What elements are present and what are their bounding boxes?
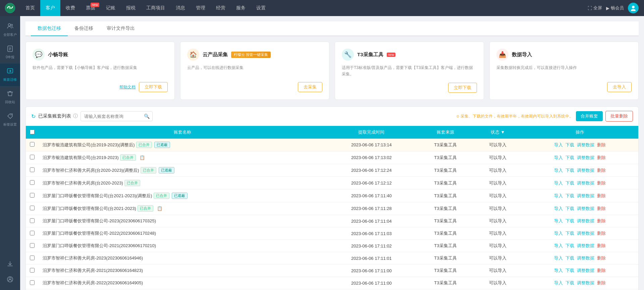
action-下载[interactable]: 下载 [566,231,574,236]
batch-delete-button[interactable]: 批量删除 [605,111,633,122]
action-删除[interactable]: 删除 [597,231,606,236]
nav-service[interactable]: 服务 [231,0,251,16]
action-导入[interactable]: 导入 [554,218,563,223]
action-删除[interactable]: 删除 [597,206,606,211]
fullscreen-button[interactable]: ⛶ 全屏 [588,5,602,11]
row-checkbox[interactable] [30,268,35,273]
nav-accounting[interactable]: 记账 [101,0,121,16]
file-icon[interactable]: 📋 [140,155,145,160]
row-checkbox[interactable] [30,243,35,248]
nav-home[interactable]: 首页 [20,0,40,16]
action-导入[interactable]: 导入 [554,243,563,248]
row-checkbox[interactable] [30,231,35,235]
sidebar-item-zero-report[interactable]: 0申报 [0,41,20,64]
action-下载[interactable]: 下载 [566,180,574,186]
sidebar-item-recycle[interactable]: 回收站 [0,86,20,108]
action-删除[interactable]: 删除 [597,268,606,273]
nav-business[interactable]: 工商项目 [141,0,170,16]
sidebar-item-download[interactable] [0,257,20,272]
action-下载[interactable]: 下载 [566,268,574,273]
action-导入[interactable]: 导入 [554,256,563,261]
nav-manage[interactable]: 管理 [191,0,211,16]
row-checkbox[interactable] [30,167,35,172]
xiaochang-download-button[interactable]: 立即下载 [139,82,168,92]
search-button[interactable]: 🔍 [141,114,152,119]
action-导入[interactable]: 导入 [554,155,563,160]
action-导入[interactable]: 导入 [554,193,563,198]
action-下载[interactable]: 下载 [566,168,574,173]
row-checkbox[interactable] [30,218,35,223]
row-checkbox[interactable] [30,193,35,198]
refresh-icon[interactable]: ↻ [31,113,36,120]
action-导入[interactable]: 导入 [554,180,563,186]
action-调整数据[interactable]: 调整数据 [577,268,594,273]
nav-customer[interactable]: 客户 [40,0,60,16]
row-checkbox[interactable] [30,142,35,147]
help-doc-link[interactable]: 帮助文档 [119,84,136,90]
action-下载[interactable]: 下载 [566,280,574,285]
action-删除[interactable]: 删除 [597,180,606,186]
merge-account-button[interactable]: 合并账套 [576,111,603,121]
row-checkbox[interactable] [30,280,35,285]
nav-fee[interactable]: 收费 [60,0,80,16]
action-删除[interactable]: 删除 [597,218,606,223]
action-调整数据[interactable]: 调整数据 [577,180,594,186]
action-删除[interactable]: 删除 [597,155,606,160]
cloud-collect-button[interactable]: 去采集 [298,82,322,92]
action-删除[interactable]: 删除 [597,243,606,248]
file-icon[interactable]: 📋 [157,206,162,211]
sidebar-item-tag-settings[interactable]: 标签设置 [0,108,20,131]
action-调整数据[interactable]: 调整数据 [577,142,594,147]
t3-download-button[interactable]: 立即下载 [448,83,477,93]
info-icon[interactable]: ⓘ [73,113,78,119]
action-调整数据[interactable]: 调整数据 [577,243,594,248]
import-button[interactable]: 去导入 [607,82,632,92]
action-下载[interactable]: 下载 [566,193,574,198]
nav-tax[interactable]: 报税 [121,0,141,16]
search-input[interactable] [81,114,141,119]
sidebar-item-all-customers[interactable]: 全部客户 [0,19,20,41]
nav-settings[interactable]: 设置 [251,0,271,16]
action-下载[interactable]: 下载 [566,206,574,211]
nav-message[interactable]: 消息 [170,0,191,16]
avatar[interactable] [628,3,639,13]
action-调整数据[interactable]: 调整数据 [577,206,594,211]
row-checkbox[interactable] [30,180,35,185]
action-调整数据[interactable]: 调整数据 [577,193,594,198]
action-下载[interactable]: 下载 [566,256,574,261]
col-status[interactable]: 状态 ▼ [474,126,522,139]
action-导入[interactable]: 导入 [554,280,563,285]
action-调整数据[interactable]: 调整数据 [577,280,594,285]
action-下载[interactable]: 下载 [566,142,574,147]
action-下载[interactable]: 下载 [566,218,574,223]
action-导入[interactable]: 导入 [554,168,563,173]
tab-data-migration[interactable]: 数据包迁移 [31,21,68,36]
tab-backup-migration[interactable]: 备份迁移 [68,21,100,36]
action-删除[interactable]: 删除 [597,168,606,173]
logo[interactable] [0,0,20,16]
action-导入[interactable]: 导入 [554,206,563,211]
action-删除[interactable]: 删除 [597,280,606,285]
action-删除[interactable]: 删除 [597,142,606,147]
sidebar-item-user[interactable] [0,272,20,287]
action-调整数据[interactable]: 调整数据 [577,231,594,236]
member-button[interactable]: ▶ 畅会员 [606,5,624,11]
tab-audit-export[interactable]: 审计文件导出 [100,21,142,36]
action-调整数据[interactable]: 调整数据 [577,168,594,173]
row-checkbox[interactable] [30,256,35,260]
nav-operation[interactable]: 经营 [211,0,231,16]
select-all-checkbox[interactable] [30,130,35,134]
action-调整数据[interactable]: 调整数据 [577,256,594,261]
action-删除[interactable]: 删除 [597,256,606,261]
nav-invoice[interactable]: 票据new [80,0,101,16]
action-调整数据[interactable]: 调整数据 [577,218,594,223]
action-下载[interactable]: 下载 [566,243,574,248]
sidebar-item-account-migration[interactable]: 账套迁移 [0,64,20,86]
action-下载[interactable]: 下载 [566,155,574,160]
row-checkbox[interactable] [30,155,35,159]
action-调整数据[interactable]: 调整数据 [577,155,594,160]
action-导入[interactable]: 导入 [554,231,563,236]
action-删除[interactable]: 删除 [597,193,606,198]
action-导入[interactable]: 导入 [554,142,563,147]
action-导入[interactable]: 导入 [554,268,563,273]
